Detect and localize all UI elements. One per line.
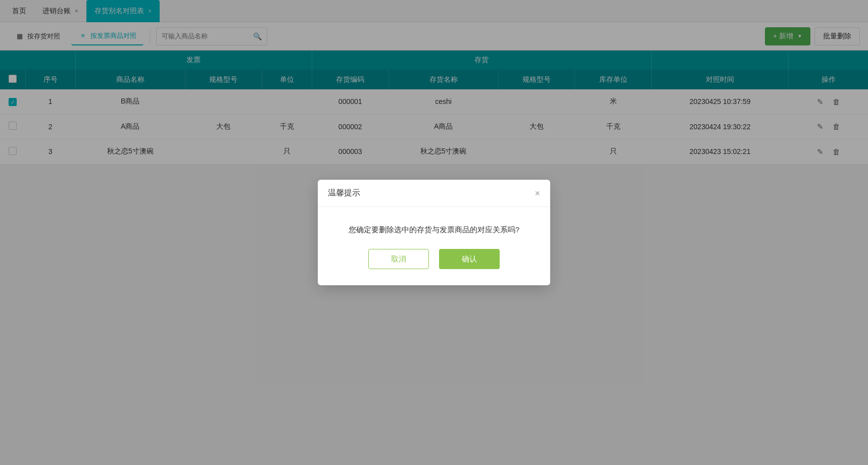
confirm-dialog: 温馨提示 × 您确定要删除选中的存货与发票商品的对应关系吗? 取消 确认 [318, 180, 550, 285]
dialog-close-button[interactable]: × [535, 189, 540, 198]
cancel-button[interactable]: 取消 [368, 249, 429, 269]
dialog-footer: 取消 确认 [318, 249, 550, 285]
dialog-message: 您确定要删除选中的存货与发票商品的对应关系吗? [349, 225, 519, 234]
confirm-button[interactable]: 确认 [439, 249, 500, 269]
dialog-body: 您确定要删除选中的存货与发票商品的对应关系吗? [318, 207, 550, 249]
dialog-header: 温馨提示 × [318, 180, 550, 207]
dialog-title: 温馨提示 [328, 188, 360, 198]
overlay[interactable]: 温馨提示 × 您确定要删除选中的存货与发票商品的对应关系吗? 取消 确认 [0, 0, 868, 465]
